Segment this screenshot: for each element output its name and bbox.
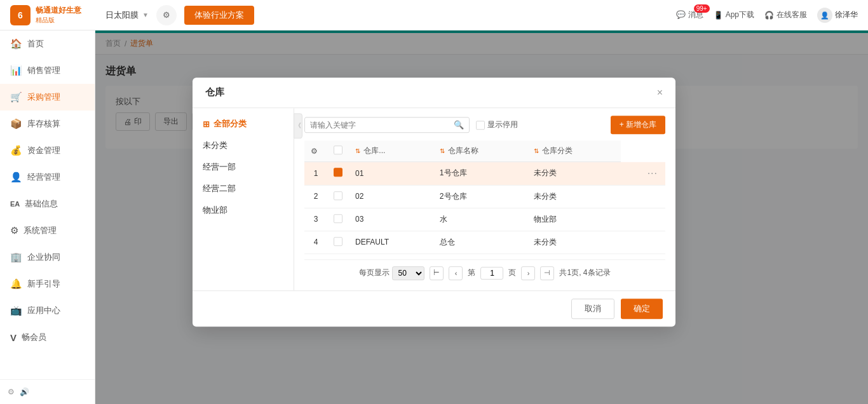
enterprise-icon: 🏢	[10, 252, 22, 263]
row-checkbox-cell	[327, 185, 349, 208]
cat-property-label: 物业部	[203, 205, 227, 216]
page-label-suffix: 页	[508, 267, 516, 278]
confirm-btn[interactable]: 确定	[621, 299, 663, 319]
warehouse-table: ⚙ ⇅ 仓库... ⇅ 仓库名称	[304, 140, 665, 254]
table-row[interactable]: 3 03 水 物业部	[304, 208, 665, 231]
sidebar-item-inventory[interactable]: 📦 库存核算	[0, 111, 95, 137]
app-download-btn[interactable]: 📱 App下载	[714, 10, 754, 20]
sidebar-settings-icon: ⚙	[8, 387, 15, 396]
category-sidebar: ⊞ 全部分类 未分类 经营一部 经营二部 物业部 《	[193, 108, 294, 290]
sidebar-item-finance[interactable]: 💰 资金管理	[0, 137, 95, 164]
sidebar-label-guide: 新手引导	[27, 278, 60, 290]
store-selector[interactable]: 日太阳膜 ▼	[105, 10, 149, 21]
row-checkbox[interactable]	[334, 237, 342, 246]
per-page-label: 每页显示	[359, 267, 390, 278]
warehouse-modal: 仓库 × ⊞ 全部分类 未分类 经营一部 经营二部 物业部 《	[193, 77, 675, 327]
sidebar-label-home: 首页	[27, 38, 44, 50]
row-checkbox[interactable]	[334, 168, 342, 177]
search-input[interactable]	[310, 121, 450, 130]
search-icon: 🔍	[454, 120, 464, 130]
sidebar-label-enterprise: 企业协同	[27, 252, 60, 263]
cancel-btn[interactable]: 取消	[571, 299, 614, 319]
sidebar-item-enterprise[interactable]: 🏢 企业协同	[0, 244, 95, 271]
row-number: 3	[304, 208, 327, 231]
search-box[interactable]: 🔍	[304, 117, 470, 133]
first-page-btn[interactable]: ⊢	[430, 266, 444, 280]
cat-all-icon: ⊞	[203, 119, 210, 129]
row-checkbox[interactable]	[334, 191, 342, 200]
row-more-btn[interactable]: ···	[648, 168, 658, 178]
gear-icon: ⚙	[163, 10, 170, 20]
cat-collapse-btn[interactable]: 《	[294, 113, 302, 138]
sidebar-item-base[interactable]: EA 基础信息	[0, 191, 95, 217]
show-disabled-checkbox[interactable]	[476, 121, 485, 130]
header-right: 💬 99+ 消息 📱 App下载 🎧 在线客服 👤 徐泽华	[676, 8, 858, 23]
cat-item-ops2[interactable]: 经营二部	[193, 178, 294, 199]
row-category: 物业部	[527, 208, 621, 231]
page-input[interactable]	[480, 267, 503, 279]
row-category: 未分类	[527, 231, 621, 253]
row-checkbox-cell	[327, 231, 349, 253]
cat-item-uncat[interactable]: 未分类	[193, 135, 294, 156]
sidebar-item-member[interactable]: V 畅会员	[0, 324, 95, 351]
row-category: 未分类	[527, 162, 621, 185]
prev-page-btn[interactable]: ‹	[449, 266, 463, 280]
modal-close-btn[interactable]: ×	[657, 87, 663, 98]
cat-item-all[interactable]: ⊞ 全部分类	[193, 113, 294, 135]
inventory-icon: 📦	[10, 118, 22, 130]
sidebar-item-operations[interactable]: 👤 经营管理	[0, 164, 95, 191]
col-header-gear: ⚙	[304, 140, 327, 162]
pagination: 每页显示 50 20 100 ⊢ ‹ 第 页 › ⊣ 共1页, 4条记录	[304, 259, 665, 283]
row-checkbox-cell	[327, 208, 349, 231]
collapse-icon: 《	[295, 121, 301, 130]
sidebar-item-home[interactable]: 🏠 首页	[0, 30, 95, 57]
logo-icon: 6	[10, 5, 31, 25]
modal-main: 🔍 显示停用 + 新增仓库 ⚙	[294, 108, 675, 290]
sidebar-item-sales[interactable]: 📊 销售管理	[0, 57, 95, 84]
sidebar: 🏠 首页 📊 销售管理 🛒 采购管理 📦 库存核算 💰 资金管理 👤 经营管理 …	[0, 30, 95, 404]
next-page-btn[interactable]: ›	[521, 266, 535, 280]
show-disabled-toggle[interactable]: 显示停用	[476, 119, 518, 130]
sidebar-bottom[interactable]: ⚙ 🔊	[0, 379, 95, 404]
modal-title: 仓库	[205, 86, 224, 98]
row-checkbox[interactable]	[334, 214, 342, 223]
sidebar-label-sales: 销售管理	[27, 65, 60, 76]
total-info: 共1页, 4条记录	[559, 267, 610, 278]
store-name: 日太阳膜	[105, 10, 139, 21]
modal-header: 仓库 ×	[193, 77, 675, 108]
notification-area[interactable]: 💬 99+ 消息	[676, 10, 703, 20]
table-row[interactable]: 2 02 2号仓库 未分类	[304, 185, 665, 208]
header-center: 日太阳膜 ▼ ⚙ 体验行业方案	[105, 5, 676, 25]
row-extra	[621, 208, 665, 231]
purchase-icon: 🛒	[10, 91, 22, 103]
sidebar-item-system[interactable]: ⚙ 系统管理	[0, 217, 95, 244]
col-header-checkbox	[327, 140, 349, 162]
row-code: 02	[349, 185, 433, 208]
online-service-btn[interactable]: 🎧 在线客服	[764, 10, 807, 20]
sidebar-item-guide[interactable]: 🔔 新手引导	[0, 271, 95, 297]
per-page-dropdown[interactable]: 50 20 100	[392, 266, 424, 280]
table-row[interactable]: 1 01 1号仓库 未分类 ···	[304, 162, 665, 185]
settings-button[interactable]: ⚙	[156, 5, 177, 25]
sidebar-item-purchase[interactable]: 🛒 采购管理	[0, 84, 95, 111]
modal-footer: 取消 确定	[193, 290, 675, 327]
sidebar-item-appcenter[interactable]: 📺 应用中心	[0, 297, 95, 324]
warehouse-table-container: ⚙ ⇅ 仓库... ⇅ 仓库名称	[304, 140, 665, 254]
add-warehouse-btn[interactable]: + 新增仓库	[611, 116, 665, 134]
last-page-btn[interactable]: ⊣	[540, 266, 554, 280]
guide-icon: 🔔	[10, 278, 22, 290]
table-row[interactable]: 4 DEFAULT 总仓 未分类	[304, 231, 665, 253]
notification-badge: 99+	[694, 4, 710, 13]
user-menu[interactable]: 👤 徐泽华	[817, 8, 858, 23]
cat-item-ops1[interactable]: 经营一部	[193, 156, 294, 178]
page-label-prefix: 第	[468, 267, 475, 278]
cat-all-label: 全部分类	[214, 118, 247, 130]
experience-btn[interactable]: 体验行业方案	[184, 6, 254, 25]
col-header-name: ⇅ 仓库名称	[433, 140, 527, 162]
sidebar-label-finance: 资金管理	[27, 145, 60, 156]
cat-item-property[interactable]: 物业部	[193, 199, 294, 221]
per-page-select: 每页显示 50 20 100	[359, 266, 424, 280]
sidebar-sound-icon: 🔊	[20, 387, 29, 396]
table-gear-icon[interactable]: ⚙	[311, 147, 318, 156]
select-all-checkbox[interactable]	[334, 145, 342, 154]
